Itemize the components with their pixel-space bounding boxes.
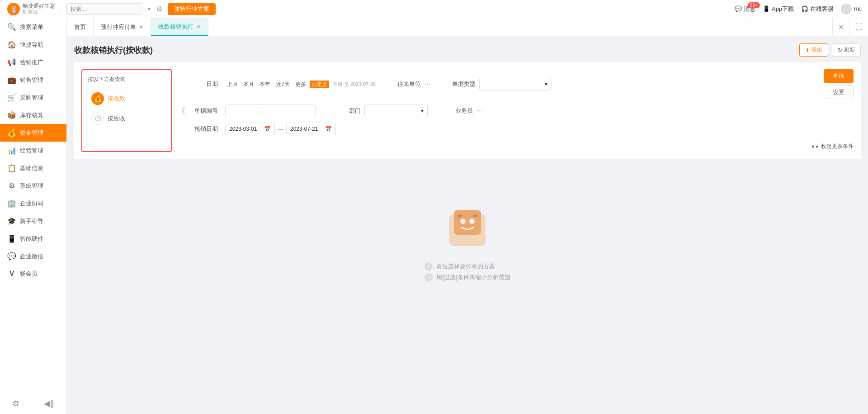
message-button[interactable]: 💬 消息 99+ <box>735 5 755 13</box>
receipt-icon: 💰 <box>91 92 104 105</box>
export-button[interactable]: ⬆ 导出 <box>799 43 828 57</box>
hardware-icon: 📱 <box>7 234 16 243</box>
topbar-search-input[interactable] <box>66 3 142 15</box>
sidebar-label-wechat: 企业微信 <box>20 252 43 261</box>
tab-home[interactable]: 首页 <box>67 18 94 36</box>
writeoff-date-end-input[interactable]: 2023-07-21 📅 <box>286 123 336 135</box>
sidebar-collapse-btn[interactable]: ◀‖ <box>40 397 58 410</box>
sales-icon: 💼 <box>7 76 16 84</box>
sidebar-label-search: 搜索菜单 <box>20 23 43 31</box>
date-link-last-month[interactable]: 上月 <box>225 80 240 89</box>
dept-select[interactable]: ▾ <box>364 105 428 117</box>
sidebar-settings-btn[interactable]: ⚙ <box>9 397 23 410</box>
solution-button[interactable]: 体验行业方案 <box>168 3 216 15</box>
sidebar-item-wechat[interactable]: 💬 企业微信 <box>0 247 66 265</box>
date-link-more[interactable]: 更多 <box>293 80 308 89</box>
counterparty-dots[interactable]: ··· <box>425 80 430 88</box>
tab-expand-btn[interactable]: ⛶ <box>849 18 868 36</box>
service-label: 在线客服 <box>810 5 834 13</box>
date-custom-tag[interactable]: 自定义 <box>310 81 329 88</box>
bill-type-group: 单据类型 ▾ <box>448 78 552 90</box>
sidebar-item-operations[interactable]: 📊 经营管理 <box>0 142 66 159</box>
topbar: 🐰 畅捷通好生意 标准版 ▾ ⚙ 体验行业方案 💬 消息 99+ 📱 App下载… <box>0 0 868 18</box>
date-label: 日期 <box>191 80 218 88</box>
collapse-label: 收起更多条件 <box>821 143 854 150</box>
hint-number-2: 2 <box>425 273 433 281</box>
sidebar-item-hardware[interactable]: 📱 智能硬件 <box>0 230 66 247</box>
sidebar-item-purchase[interactable]: 🛒 采购管理 <box>0 89 66 106</box>
tab-writeoff-close[interactable]: ✕ <box>196 24 201 30</box>
sidebar-item-search[interactable]: 🔍 搜索菜单 <box>0 18 66 36</box>
collapse-more-btn[interactable]: ∧∧ 收起更多条件 <box>191 141 854 152</box>
app-name: 畅捷通好生意 <box>23 3 55 9</box>
bill-no-input[interactable] <box>225 105 316 117</box>
bill-type-select[interactable]: ▾ <box>479 78 552 90</box>
sidebar-item-nav[interactable]: 🏠 快捷导航 <box>0 36 66 53</box>
tab-close-all-btn[interactable]: ✕ <box>832 18 849 36</box>
svg-point-3 <box>469 219 475 224</box>
page-content: 收款核销执行(按收款) ⬆ 导出 ↻ 刷新 按以 <box>67 36 868 414</box>
hint-number-1: 1 <box>425 262 433 271</box>
refresh-icon: ↻ <box>838 47 842 53</box>
sidebar-item-system[interactable]: ⚙ 系统管理 <box>0 177 66 195</box>
sidebar-item-finance[interactable]: 💰 资金管理 <box>0 124 66 142</box>
filter-option-by-receipt[interactable]: 💰 按收款 <box>88 89 165 109</box>
date-separator: — <box>278 126 283 133</box>
svg-rect-5 <box>473 214 477 217</box>
calendar-end-icon: 📅 <box>325 126 332 132</box>
writeoff-date-start-input[interactable]: 2023-03-01 📅 <box>225 123 275 135</box>
date-link-this-year[interactable]: 本年 <box>258 80 272 89</box>
collapse-left-icon[interactable]: 《 <box>177 105 185 116</box>
sidebar-item-inventory[interactable]: 📦 库存核算 <box>0 106 66 124</box>
dept-arrow: ▾ <box>421 108 424 114</box>
tab-prepay-close[interactable]: ✕ <box>139 24 143 30</box>
date-link-this-month[interactable]: 本月 <box>241 80 256 89</box>
tabbar-actions: ✕ ⛶ <box>832 18 868 36</box>
service-icon: 🎧 <box>801 5 808 12</box>
basic-info-icon: 📋 <box>7 164 16 172</box>
refresh-button[interactable]: ↻ 刷新 <box>832 43 861 57</box>
tab-writeoff[interactable]: 收款核销执行 ✕ <box>151 18 208 36</box>
settings-button[interactable]: 设置 <box>824 86 854 99</box>
sidebar-item-collab[interactable]: 🏢 企业协同 <box>0 195 66 212</box>
sidebar-label-guide: 新手引导 <box>20 217 43 225</box>
app-body: 🔍 搜索菜单 🏠 快捷导航 📢 营销推广 💼 销售管理 🛒 采购管理 📦 库存核… <box>0 18 868 414</box>
online-service-button[interactable]: 🎧 在线客服 <box>801 5 834 13</box>
topbar-arrow-icon[interactable]: ▾ <box>148 6 151 12</box>
empty-hints: 1 请先选择要分析的方案 2 用[过滤]条件来缩小分析范围 <box>425 262 510 281</box>
staff-dots[interactable]: ··· <box>476 107 482 115</box>
filter-collapse-handle[interactable]: 《 <box>177 69 185 152</box>
filter-row-1: 日期 上月 本月 本年 近7天 更多 自定义 不限 至 <box>191 69 854 99</box>
topbar-gear-icon[interactable]: ⚙ <box>156 5 162 13</box>
tab-writeoff-label: 收款核销执行 <box>158 23 193 31</box>
action-buttons: 查询 设置 <box>824 69 854 99</box>
filter-option-by-receivable[interactable]: 🕐 按应收 <box>88 109 165 128</box>
sidebar-item-guide[interactable]: 🎓 新手引导 <box>0 212 66 230</box>
hint-text-1: 请先选择要分析的方案 <box>436 262 495 271</box>
system-icon: ⚙ <box>7 181 16 190</box>
writeoff-date-label: 核销日期 <box>191 125 218 133</box>
staff-label: 业务员 <box>446 107 473 115</box>
sidebar-label-operations: 经营管理 <box>20 147 43 155</box>
sidebar-item-basic-info[interactable]: 📋 基础信息 <box>0 159 66 177</box>
sidebar: 🔍 搜索菜单 🏠 快捷导航 📢 营销推广 💼 销售管理 🛒 采购管理 📦 库存核… <box>0 18 67 414</box>
sidebar-item-sales[interactable]: 💼 销售管理 <box>0 71 66 89</box>
app-download-button[interactable]: 📱 App下载 <box>763 5 794 13</box>
topbar-divider <box>61 5 61 14</box>
empty-hint-2: 2 用[过滤]条件来缩小分析范围 <box>425 273 510 281</box>
app-download-label: App下载 <box>772 5 794 13</box>
user-button[interactable]: Rit <box>841 4 861 14</box>
date-link-7days[interactable]: 近7天 <box>274 80 292 89</box>
guide-icon: 🎓 <box>7 217 16 225</box>
svg-rect-4 <box>458 214 462 217</box>
home-icon: 🏠 <box>7 40 16 49</box>
tab-prepay[interactable]: 预付冲应付单 ✕ <box>94 18 151 36</box>
query-button[interactable]: 查询 <box>824 69 854 83</box>
receivable-icon: 🕐 <box>91 112 104 125</box>
sidebar-item-member[interactable]: V 畅会员 <box>0 265 66 282</box>
date-group: 上月 本月 本年 近7天 更多 自定义 不限 至 2023-07-26 <box>225 80 376 89</box>
sidebar-label-finance: 资金管理 <box>20 129 43 137</box>
marketing-icon: 📢 <box>7 58 16 67</box>
sidebar-item-marketing[interactable]: 📢 营销推广 <box>0 53 66 71</box>
writeoff-date-start-value: 2023-03-01 <box>229 126 257 132</box>
